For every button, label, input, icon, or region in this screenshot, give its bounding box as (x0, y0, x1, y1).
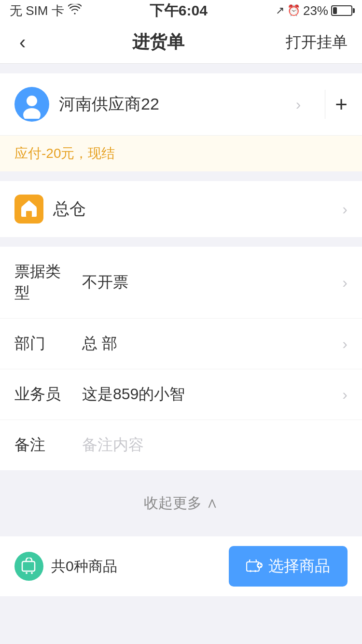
bottom-bar: 共0种商品 选择商品 (0, 536, 362, 596)
product-count-text: 共0种商品 (51, 557, 117, 576)
form-card: 票据类型 不开票 › 部门 总 部 › 业务员 这是859的小智 › 备注 备注… (0, 247, 362, 470)
divider (325, 90, 325, 119)
invoice-row[interactable]: 票据类型 不开票 › (0, 247, 362, 319)
avatar-svg (17, 90, 46, 119)
remark-input[interactable]: 备注内容 (82, 434, 348, 456)
page-title: 进货单 (132, 30, 184, 54)
department-label: 部门 (14, 333, 72, 354)
status-time: 下午6:04 (150, 1, 208, 21)
department-value: 总 部 (82, 333, 342, 354)
svg-point-11 (254, 570, 256, 572)
remark-row[interactable]: 备注 备注内容 (0, 420, 362, 470)
department-chevron-icon: › (342, 335, 348, 353)
bottom-space (0, 596, 362, 644)
supplier-name: 河南供应商22 (59, 93, 296, 115)
salesman-label: 业务员 (14, 384, 72, 405)
svg-point-8 (31, 572, 33, 574)
warehouse-svg (19, 199, 39, 219)
invoice-chevron-icon: › (342, 274, 348, 292)
svg-marker-4 (21, 200, 37, 207)
add-supplier-button[interactable]: + (335, 94, 348, 115)
content: 河南供应商22 › + 应付-20元，现结 总仓 › 票据类型 不开票 (0, 64, 362, 644)
status-bar: 无 SIM 卡 下午6:04 ↗ ⏰ 23% (0, 0, 362, 21)
warehouse-row[interactable]: 总仓 › (0, 181, 362, 237)
product-icon (14, 552, 43, 581)
collapse-label: 收起更多 ∧ (144, 495, 218, 511)
salesman-row[interactable]: 业务员 这是859的小智 › (0, 369, 362, 420)
svg-point-1 (27, 96, 37, 106)
back-button[interactable]: ‹ (14, 27, 30, 58)
battery-percent: 23% (303, 3, 328, 18)
warehouse-icon (14, 195, 43, 224)
department-row[interactable]: 部门 总 部 › (0, 319, 362, 369)
battery-fill (333, 7, 337, 14)
warehouse-label: 总仓 (53, 198, 342, 220)
alarm-icon: ⏰ (287, 4, 300, 17)
wifi-icon (68, 4, 82, 17)
status-right: ↗ ⏰ 23% (276, 3, 352, 18)
location-icon: ↗ (276, 4, 284, 17)
nav-bar: ‹ 进货单 打开挂单 (0, 21, 362, 64)
cart-small-icon (20, 558, 38, 575)
remark-label: 备注 (14, 434, 72, 456)
open-pending-button[interactable]: 打开挂单 (286, 32, 348, 53)
svg-rect-5 (26, 211, 32, 217)
svg-rect-6 (22, 561, 35, 571)
supplier-avatar (14, 87, 49, 122)
select-product-button[interactable]: 选择商品 (229, 546, 348, 587)
svg-point-7 (26, 572, 28, 574)
no-sim-label: 无 SIM 卡 (10, 2, 64, 19)
collapse-row[interactable]: 收起更多 ∧ (0, 480, 362, 527)
salesman-value: 这是859的小智 (82, 384, 342, 405)
select-product-icon (246, 560, 263, 573)
invoice-value: 不开票 (82, 272, 342, 293)
invoice-label: 票据类型 (14, 261, 72, 304)
supplier-row: 河南供应商22 › + (0, 73, 362, 136)
supplier-chevron-icon: › (296, 96, 301, 113)
supplier-card: 河南供应商22 › + 应付-20元，现结 (0, 73, 362, 171)
warehouse-chevron-icon: › (342, 200, 348, 218)
salesman-chevron-icon: › (342, 386, 348, 404)
svg-point-10 (250, 570, 251, 572)
warehouse-card: 总仓 › (0, 181, 362, 237)
select-btn-label: 选择商品 (268, 556, 330, 577)
product-count-section: 共0种商品 (14, 552, 117, 581)
status-left: 无 SIM 卡 (10, 2, 82, 19)
notice-bar: 应付-20元，现结 (0, 136, 362, 171)
battery-icon (331, 5, 352, 16)
